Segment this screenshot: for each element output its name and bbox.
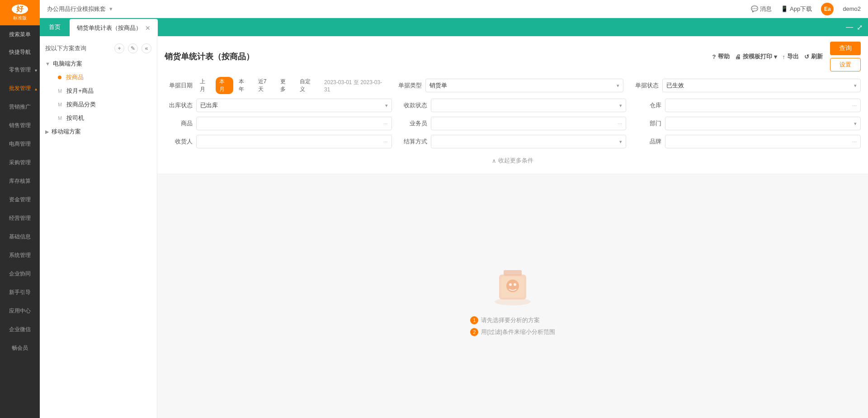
sidebar-item-collab[interactable]: 企业协同: [0, 265, 40, 283]
date-custom-btn[interactable]: 自定义: [296, 77, 319, 94]
tab-label: 销货单统计表（按商品）: [77, 24, 142, 32]
tip-2-text: 用[过滤]条件来缩小分析范围: [481, 328, 555, 336]
filter-row-4: 收货人 ··· 结算方式 ▾ 品牌 ···: [165, 135, 861, 148]
salesman-select[interactable]: ···: [431, 117, 627, 130]
goods-select[interactable]: ···: [196, 117, 392, 130]
sidebar-item-basic[interactable]: 基础信息: [0, 228, 40, 246]
date-last-month-btn[interactable]: 上月: [196, 77, 214, 94]
out-chevron-icon: ▾: [385, 103, 388, 109]
search-menu-item[interactable]: 搜索菜单: [0, 25, 40, 44]
tree-item-by-month-goods[interactable]: M 按月+商品: [40, 84, 157, 98]
topbar: 办公用品行业模拟账套 ▾ 💬 消息 📱 App下载 Ea demo2: [40, 0, 868, 18]
date-this-month-btn[interactable]: 本月: [216, 77, 233, 94]
status-select[interactable]: 已生效 ▾: [662, 79, 861, 92]
refresh-icon: ↺: [804, 53, 809, 60]
page-title: 销货单统计表（按商品）: [165, 51, 254, 62]
sidebar-item-system[interactable]: 系统管理: [0, 246, 40, 265]
date-label: 单据日期: [165, 81, 196, 90]
date-this-year-btn[interactable]: 本年: [235, 77, 253, 94]
receiver-dots: ···: [383, 138, 388, 145]
tab-maximize-icon[interactable]: ⤢: [857, 23, 863, 32]
filter-area: 销货单统计表（按商品） ? 帮助 🖨 按模板打印 ▾: [157, 36, 868, 174]
receipt-status-select[interactable]: ▾: [431, 99, 627, 112]
tip-1-number: 1: [470, 316, 478, 324]
industry-dropdown-icon[interactable]: ▾: [109, 5, 113, 12]
main-area: 办公用品行业模拟账套 ▾ 💬 消息 📱 App下载 Ea demo2 首页 销货…: [40, 0, 868, 418]
app-icon: 📱: [781, 5, 788, 12]
add-scheme-button[interactable]: +: [114, 43, 124, 53]
date-7days-btn[interactable]: 近7天: [255, 77, 275, 94]
refresh-button[interactable]: ↺ 刷新: [804, 52, 823, 61]
out-status-select[interactable]: 已出库 ▾: [196, 99, 392, 112]
dept-select[interactable]: ▾: [665, 117, 861, 130]
payment-select[interactable]: ▾: [431, 135, 627, 148]
receiver-select[interactable]: ···: [196, 135, 392, 148]
action-buttons: ? 帮助 🖨 按模板打印 ▾ ↑ 导出: [712, 52, 823, 61]
page-title-row: 销货单统计表（按商品） ? 帮助 🖨 按模板打印 ▾: [165, 42, 861, 71]
svg-point-4: [509, 283, 512, 286]
sidebar: 好 标准版 搜索菜单 快捷导航 零售管理 ▾ 批发管理 ▴ 营销推广 销售管理 …: [0, 0, 40, 418]
sidebar-item-newbie[interactable]: 新手引导: [0, 283, 40, 302]
sidebar-item-finance[interactable]: 资金管理: [0, 190, 40, 209]
sidebar-item-management[interactable]: 经营管理: [0, 209, 40, 228]
sidebar-item-label: 企业微信: [9, 326, 31, 333]
tree-section-label: 移动端方案: [52, 128, 81, 136]
type-chevron-icon: ▾: [617, 83, 619, 89]
empty-illustration: [486, 256, 540, 311]
print-icon: 🖨: [735, 53, 741, 60]
sidebar-item-label: 库存核算: [9, 177, 31, 185]
tree-section-pc[interactable]: ▼ 电脑端方案: [40, 57, 157, 71]
export-button[interactable]: ↑ 导出: [783, 52, 799, 61]
tab-sales-stats[interactable]: 销货单统计表（按商品） ✕: [70, 19, 158, 37]
avatar[interactable]: Ea: [821, 3, 834, 15]
print-button[interactable]: 🖨 按模板打印 ▾: [735, 52, 777, 61]
sidebar-item-retail[interactable]: 零售管理 ▾: [0, 61, 40, 79]
app-download-button[interactable]: 📱 App下载: [781, 5, 812, 13]
edit-scheme-button[interactable]: ✎: [128, 43, 138, 53]
out-status-label: 出库状态: [165, 101, 196, 109]
page-actions: ? 帮助 🖨 按模板打印 ▾ ↑ 导出: [712, 42, 861, 71]
sidebar-item-wechat[interactable]: 企业微信: [0, 320, 40, 339]
tab-home[interactable]: 首页: [40, 18, 70, 36]
sidebar-item-appcenter[interactable]: 应用中心: [0, 302, 40, 320]
left-panel: 按以下方案查询 + ✎ « ▼ 电脑端方案 按商品 M 按月+商品: [40, 36, 157, 418]
brand-label: 品牌: [633, 138, 665, 146]
collapse-more-button[interactable]: ∧ 收起更多条件: [165, 153, 861, 168]
active-dot-icon: [58, 76, 61, 79]
sidebar-item-inventory[interactable]: 库存核算: [0, 172, 40, 190]
sidebar-item-ecommerce[interactable]: 电商管理: [0, 135, 40, 153]
chevron-up-icon: ▴: [35, 86, 37, 91]
sidebar-item-label: 采购管理: [9, 159, 31, 166]
tab-minimize-icon[interactable]: —: [846, 23, 853, 31]
quick-nav-item[interactable]: 快捷导航: [0, 44, 40, 61]
tree-item-by-category[interactable]: M 按商品分类: [40, 98, 157, 111]
topbar-left: 办公用品行业模拟账套 ▾: [47, 5, 113, 13]
sidebar-item-member[interactable]: 畅会员: [0, 339, 40, 357]
goods-label: 商品: [165, 119, 196, 128]
collapse-panel-button[interactable]: «: [142, 43, 151, 53]
help-button[interactable]: ? 帮助: [712, 52, 730, 61]
sidebar-item-marketing[interactable]: 营销推广: [0, 98, 40, 116]
tree-section-mobile[interactable]: ▶ 移动端方案: [40, 125, 157, 138]
type-select[interactable]: 销货单 ▾: [425, 79, 624, 92]
content-area: 按以下方案查询 + ✎ « ▼ 电脑端方案 按商品 M 按月+商品: [40, 36, 868, 418]
empty-icon-container: [486, 256, 540, 311]
tab-close-icon[interactable]: ✕: [145, 24, 151, 32]
date-more-btn[interactable]: 更多: [277, 77, 294, 94]
query-button[interactable]: 查询: [830, 42, 861, 55]
left-panel-header: 按以下方案查询 + ✎ «: [40, 40, 157, 57]
tree-item-by-goods[interactable]: 按商品: [40, 71, 157, 84]
sidebar-item-label: 系统管理: [9, 252, 31, 259]
sidebar-item-label: 应用中心: [9, 307, 31, 315]
out-status-value: 已出库: [200, 101, 218, 109]
warehouse-select[interactable]: ···: [665, 99, 861, 112]
message-button[interactable]: 💬 消息: [751, 5, 772, 13]
sidebar-item-sales[interactable]: 销售管理: [0, 116, 40, 135]
brand-select[interactable]: ···: [665, 135, 861, 148]
tree-item-by-driver[interactable]: M 按司机: [40, 111, 157, 125]
tree-item-icon: M: [58, 102, 62, 107]
sidebar-item-purchase[interactable]: 采购管理: [0, 153, 40, 172]
settings-button[interactable]: 设置: [830, 58, 861, 71]
sidebar-item-wholesale[interactable]: 批发管理 ▴: [0, 79, 40, 98]
goods-dots: ···: [383, 120, 388, 127]
